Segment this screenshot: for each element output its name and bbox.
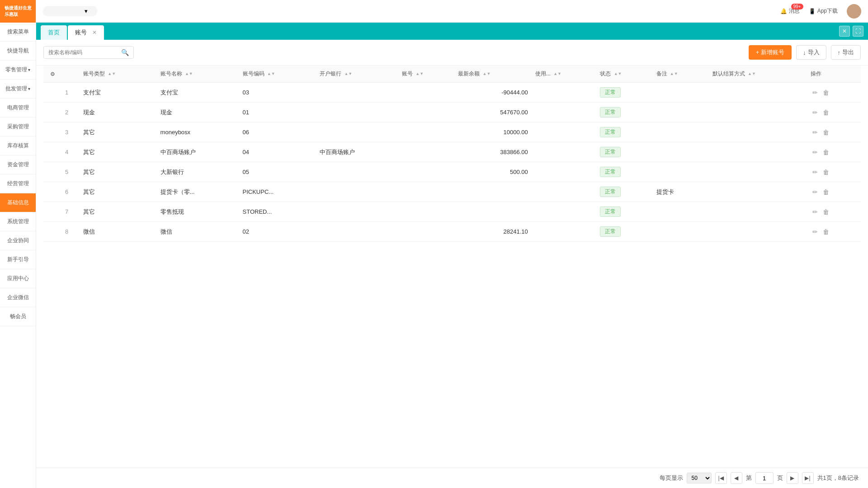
delete-button[interactable]: 🗑: [821, 148, 831, 157]
sort-icon-account[interactable]: ▲▼: [415, 72, 424, 76]
settings-icon[interactable]: ⚙: [50, 71, 55, 77]
first-page-button[interactable]: |◀: [715, 472, 727, 484]
sidebar-item-ecommerce-mgmt[interactable]: 电商管理: [0, 99, 36, 117]
sidebar-item-fund-mgmt[interactable]: 资金管理: [0, 155, 36, 174]
edit-button[interactable]: ✏: [811, 168, 820, 177]
global-search-input[interactable]: [48, 8, 85, 14]
delete-button[interactable]: 🗑: [821, 128, 831, 137]
delete-button[interactable]: 🗑: [821, 108, 831, 117]
user-avatar[interactable]: [847, 4, 861, 19]
delete-button[interactable]: 🗑: [821, 168, 831, 177]
sidebar-item-new-guide[interactable]: 新手引导: [0, 250, 36, 269]
notification-button[interactable]: 🔔 消息 99+: [780, 7, 800, 15]
tab-close-all-button[interactable]: ✕: [839, 26, 850, 37]
edit-button[interactable]: ✏: [811, 88, 820, 97]
edit-button[interactable]: ✏: [811, 148, 820, 157]
table-search-bar[interactable]: 🔍: [43, 46, 134, 59]
app-download-button[interactable]: 📱 App下载: [809, 7, 838, 15]
sidebar-item-inventory-calc[interactable]: 库存核算: [0, 136, 36, 155]
cell-num: 8: [61, 222, 80, 242]
cell-action: ✏ 🗑: [807, 142, 861, 162]
delete-button[interactable]: 🗑: [821, 207, 831, 216]
cell-type: 其它: [80, 202, 157, 222]
cell-account: [398, 142, 454, 162]
cell-num: 3: [61, 122, 80, 142]
sidebar-item-biz-agreement[interactable]: 企业协同: [0, 231, 36, 250]
export-button[interactable]: ↑ 导出: [831, 45, 861, 60]
sidebar-item-retail-mgmt[interactable]: 零售管理 ▾: [0, 61, 36, 80]
sidebar-item-basic-info[interactable]: 基础信息: [0, 193, 36, 212]
download-icon: 📱: [809, 8, 816, 14]
last-page-button[interactable]: ▶|: [802, 472, 814, 484]
delete-button[interactable]: 🗑: [821, 88, 831, 97]
cell-action: ✏ 🗑: [807, 83, 861, 103]
col-type: 账号类型 ▲▼: [80, 66, 157, 83]
page-number-input[interactable]: [755, 472, 774, 484]
cell-type: 支付宝: [80, 83, 157, 103]
sort-icon-bank[interactable]: ▲▼: [344, 72, 352, 76]
cell-action: ✏ 🗑: [807, 222, 861, 242]
next-page-button[interactable]: ▶: [787, 472, 798, 484]
table-search-input[interactable]: [48, 49, 121, 56]
per-page-select[interactable]: 50 20 100: [687, 473, 712, 483]
sort-icon-settle[interactable]: ▲▼: [748, 72, 756, 76]
cell-usage: [532, 162, 597, 182]
tab-close-icon[interactable]: ✕: [92, 29, 97, 36]
cell-name: moneybosx: [157, 122, 239, 142]
delete-button[interactable]: 🗑: [821, 227, 831, 236]
sidebar-item-sys-mgmt[interactable]: 系统管理: [0, 212, 36, 231]
sidebar-item-purchase-mgmt[interactable]: 采购管理: [0, 117, 36, 136]
cell-usage: [532, 202, 597, 222]
chevron-down-icon: ▾: [28, 86, 30, 91]
page-suffix: 页: [777, 474, 783, 482]
sidebar: 畅捷通好生意 乐惠版 搜索菜单 快捷导航 零售管理 ▾ 批发管理 ▾ 电商管理 …: [0, 0, 36, 488]
cell-status: 正常: [596, 83, 652, 103]
tab-account[interactable]: 账号 ✕: [68, 25, 104, 40]
sort-icon-remark[interactable]: ▲▼: [670, 72, 678, 76]
bell-icon: 🔔: [780, 8, 787, 14]
cell-account: [398, 83, 454, 103]
cell-action: ✏ 🗑: [807, 202, 861, 222]
delete-button[interactable]: 🗑: [821, 188, 831, 197]
col-balance: 最新余额 ▲▼: [454, 66, 532, 83]
table-container: ⚙ 账号类型 ▲▼ 账号名称 ▲▼ 账号编码 ▲▼: [36, 66, 868, 468]
sidebar-item-quick-nav[interactable]: 快捷导航: [0, 42, 36, 61]
pagination-bar: 每页显示 50 20 100 |◀ ◀ 第 页 ▶ ▶| 共1页，8条记录: [36, 468, 868, 488]
edit-button[interactable]: ✏: [811, 188, 820, 197]
cell-name: 现金: [157, 103, 239, 122]
cell-bank: [316, 122, 398, 142]
cell-balance: 28241.10: [454, 222, 532, 242]
sidebar-item-wholesale-mgmt[interactable]: 批发管理 ▾: [0, 80, 36, 99]
cell-remark: [653, 122, 709, 142]
sort-icon-balance[interactable]: ▲▼: [483, 72, 491, 76]
sidebar-item-search-menu[interactable]: 搜索菜单: [0, 23, 36, 42]
sort-icon-type[interactable]: ▲▼: [108, 72, 116, 76]
col-name: 账号名称 ▲▼: [157, 66, 239, 83]
edit-button[interactable]: ✏: [811, 227, 820, 236]
tab-maximize-button[interactable]: ⛶: [853, 26, 863, 37]
add-account-button[interactable]: + 新增账号: [749, 45, 792, 60]
sidebar-item-ops-mgmt[interactable]: 经营管理: [0, 174, 36, 193]
import-button[interactable]: ↓ 导入: [796, 45, 826, 60]
cell-type: 其它: [80, 142, 157, 162]
sort-icon-status[interactable]: ▲▼: [614, 72, 622, 76]
edit-button[interactable]: ✏: [811, 108, 820, 117]
edit-button[interactable]: ✏: [811, 207, 820, 216]
prev-page-button[interactable]: ◀: [731, 472, 742, 484]
global-search-bar[interactable]: ▾: [43, 6, 97, 16]
cell-gear: [43, 103, 61, 122]
cell-action: ✏ 🗑: [807, 162, 861, 182]
sort-icon-name[interactable]: ▲▼: [185, 72, 193, 76]
sort-icon-code[interactable]: ▲▼: [267, 72, 275, 76]
tab-bar: 首页 账号 ✕ ✕ ⛶: [36, 23, 868, 40]
sidebar-item-biz-wechat[interactable]: 企业微信: [0, 288, 36, 307]
tab-home[interactable]: 首页: [41, 25, 67, 40]
cell-num: 7: [61, 202, 80, 222]
table-row: 3 其它 moneybosx 06 10000.00 正常 ✏ 🗑: [43, 122, 861, 142]
cell-num: 6: [61, 182, 80, 202]
cell-status: 正常: [596, 202, 652, 222]
sort-icon-usage[interactable]: ▲▼: [553, 72, 561, 76]
sidebar-item-vip-member[interactable]: 畅会员: [0, 307, 36, 326]
edit-button[interactable]: ✏: [811, 128, 820, 137]
sidebar-item-app-center[interactable]: 应用中心: [0, 269, 36, 288]
